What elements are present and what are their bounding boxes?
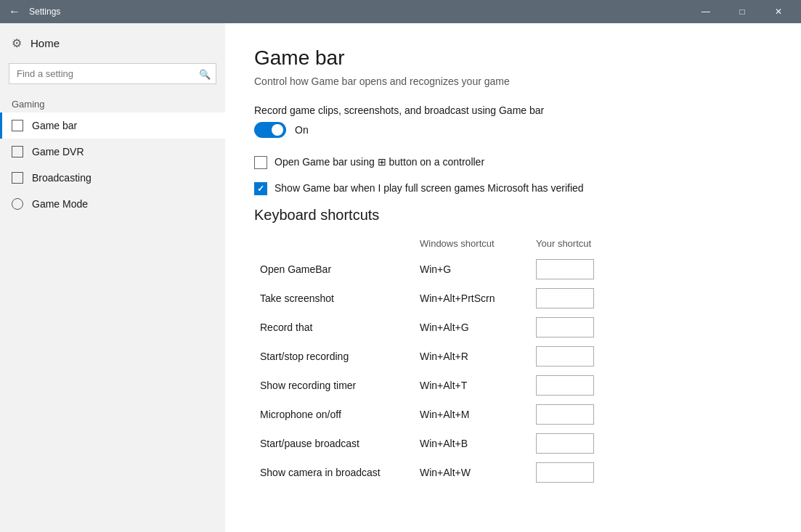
sidebar-item-game-mode-label: Game Mode [32,198,88,210]
shortcuts-col-windows: Windows shortcut [414,235,530,255]
game-bar-toggle-row: On [254,122,772,138]
sidebar-search-container: 🔍 [9,63,216,84]
shortcut-custom-cell [530,371,772,400]
table-row: Start/pause broadcastWin+Alt+B [254,429,772,458]
sidebar-home[interactable]: ⚙ Home [0,29,225,57]
shortcut-custom-cell [530,284,772,313]
sidebar: ⚙ Home 🔍 Gaming Game bar Game DVR Broadc… [0,23,225,532]
shortcut-action-label: Open GameBar [254,255,414,284]
shortcut-custom-input[interactable] [536,375,594,396]
shortcut-action-label: Show recording timer [254,371,414,400]
game-dvr-icon [12,146,23,157]
game-mode-icon [12,198,23,210]
table-row: Open GameBarWin+G [254,255,772,284]
sidebar-item-broadcasting-label: Broadcasting [32,172,92,184]
shortcut-custom-input[interactable] [536,462,594,483]
shortcut-windows-key: Win+Alt+R [414,342,530,371]
shortcut-custom-input[interactable] [536,433,594,454]
toggle-knob [272,124,283,136]
shortcut-custom-cell [530,458,772,487]
table-row: Show camera in broadcastWin+Alt+W [254,458,772,487]
shortcuts-heading: Keyboard shortcuts [254,207,772,224]
page-title: Game bar [254,46,772,70]
table-row: Microphone on/offWin+Alt+M [254,400,772,429]
game-bar-icon [12,120,23,131]
content-area: Game bar Control how Game bar opens and … [225,23,801,532]
shortcut-action-label: Record that [254,313,414,342]
shortcut-custom-input[interactable] [536,346,594,367]
shortcuts-table: Windows shortcut Your shortcut Open Game… [254,235,772,487]
titlebar-title: Settings [29,7,689,17]
maximize-button[interactable]: □ [725,0,759,23]
shortcut-action-label: Show camera in broadcast [254,458,414,487]
shortcut-custom-cell [530,400,772,429]
shortcut-custom-input[interactable] [536,404,594,425]
table-row: Take screenshotWin+Alt+PrtScrn [254,284,772,313]
game-bar-toggle[interactable] [254,122,286,138]
shortcut-custom-cell [530,255,772,284]
shortcut-action-label: Start/stop recording [254,342,414,371]
checkbox-row-show-gamebar: Show Game bar when I play full screen ga… [254,181,772,196]
table-row: Show recording timerWin+Alt+T [254,371,772,400]
sidebar-item-game-bar-label: Game bar [32,120,77,131]
sidebar-item-game-dvr-label: Game DVR [32,146,84,157]
back-button[interactable]: ← [6,3,23,20]
shortcut-windows-key: Win+Alt+T [414,371,530,400]
sidebar-home-label: Home [31,37,60,49]
checkbox-open-gamebar-text: Open Game bar using ⊞ button on a contro… [275,155,484,170]
home-icon: ⚙ [12,36,22,50]
table-row: Record thatWin+Alt+G [254,313,772,342]
page-subtitle: Control how Game bar opens and recognize… [254,75,772,87]
shortcut-windows-key: Win+Alt+W [414,458,530,487]
broadcasting-icon [12,172,23,184]
shortcut-action-label: Microphone on/off [254,400,414,429]
close-button[interactable]: ✕ [762,0,795,23]
shortcut-windows-key: Win+Alt+M [414,400,530,429]
app-body: ⚙ Home 🔍 Gaming Game bar Game DVR Broadc… [0,23,801,532]
shortcut-custom-cell [530,342,772,371]
shortcuts-col-custom: Your shortcut [530,235,772,255]
shortcut-action-label: Take screenshot [254,284,414,313]
checkbox-row-open-gamebar: Open Game bar using ⊞ button on a contro… [254,155,772,170]
toggle-setting-label: Record game clips, screenshots, and broa… [254,105,772,116]
table-row: Start/stop recordingWin+Alt+R [254,342,772,371]
checkbox-open-gamebar[interactable] [254,156,267,169]
sidebar-category-label: Gaming [0,90,225,112]
minimize-button[interactable]: — [689,0,723,23]
toggle-state-label: On [295,124,309,136]
titlebar: ← Settings — □ ✕ [0,0,801,23]
shortcut-windows-key: Win+Alt+G [414,313,530,342]
sidebar-item-game-bar[interactable]: Game bar [0,112,225,139]
window-controls: — □ ✕ [689,0,795,23]
checkbox-show-gamebar[interactable] [254,182,267,195]
shortcuts-col-action [254,235,414,255]
shortcut-custom-input[interactable] [536,317,594,337]
shortcut-windows-key: Win+G [414,255,530,284]
sidebar-item-broadcasting[interactable]: Broadcasting [0,165,225,191]
shortcut-custom-input[interactable] [536,259,594,279]
sidebar-item-game-mode[interactable]: Game Mode [0,191,225,217]
sidebar-item-game-dvr[interactable]: Game DVR [0,139,225,165]
shortcut-custom-cell [530,429,772,458]
shortcut-windows-key: Win+Alt+PrtScrn [414,284,530,313]
search-input[interactable] [9,63,216,84]
shortcut-custom-cell [530,313,772,342]
checkbox-show-gamebar-text: Show Game bar when I play full screen ga… [275,181,584,196]
search-icon: 🔍 [199,68,211,79]
shortcut-custom-input[interactable] [536,288,594,308]
shortcut-action-label: Start/pause broadcast [254,429,414,458]
shortcut-windows-key: Win+Alt+B [414,429,530,458]
